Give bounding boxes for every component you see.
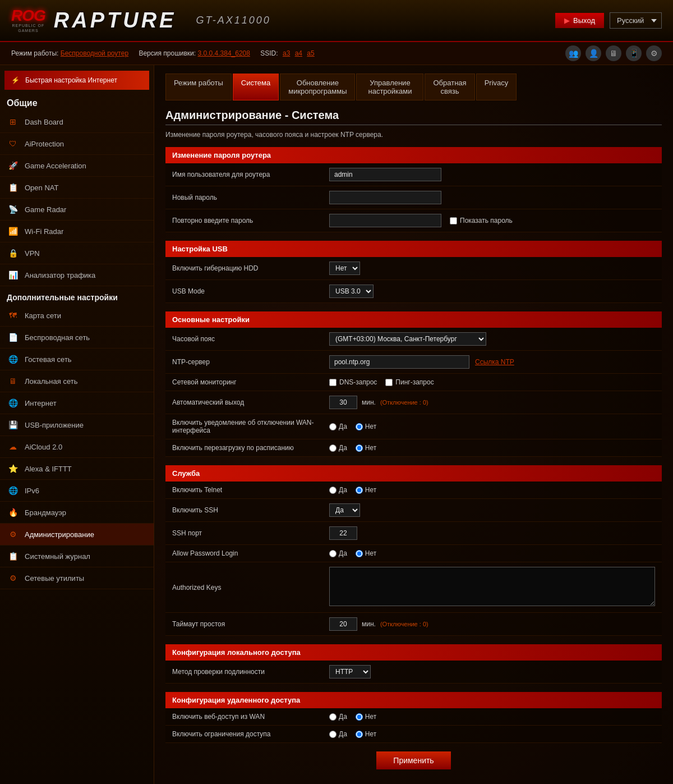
internet-icon: 🌐 xyxy=(7,397,19,409)
web-wan-yes-label[interactable]: Да xyxy=(329,713,347,721)
sidebar-item-administration[interactable]: ⚙ Администрирование xyxy=(0,524,154,545)
sidebar-item-alexa[interactable]: ⭐ Alexa & IFTTT xyxy=(0,458,154,480)
wan-disconnect-yes-label[interactable]: Да xyxy=(329,423,347,430)
device-icon[interactable]: 📱 xyxy=(626,45,642,61)
restrict-yes-label[interactable]: Да xyxy=(329,730,347,738)
sidebar-item-aiprotection[interactable]: 🛡 AiProtection xyxy=(0,133,154,155)
web-wan-no-label[interactable]: Нет xyxy=(356,713,376,721)
sidebar-item-game-acceleration[interactable]: 🚀 Game Acceleration xyxy=(0,155,154,177)
autologout-input[interactable] xyxy=(329,396,357,409)
restrict-radio-group: Да Нет xyxy=(329,730,655,738)
telnet-yes-radio[interactable] xyxy=(329,487,336,494)
ping-checkbox[interactable] xyxy=(385,379,393,386)
autologout-note: (Отключение : 0) xyxy=(380,399,428,406)
sidebar-item-syslog[interactable]: 📋 Системный журнал xyxy=(0,545,154,567)
telnet-label: Включить Telnet xyxy=(165,482,322,499)
wan-disconnect-yes-radio[interactable] xyxy=(329,423,336,430)
timeout-input[interactable] xyxy=(329,617,357,631)
ssid-a4[interactable]: а4 xyxy=(295,49,302,57)
sidebar-item-dashboard[interactable]: ⊞ Dash Board xyxy=(0,111,154,133)
monitor-icon[interactable]: 🖥 xyxy=(606,45,621,61)
tab-mode[interactable]: Режим работы xyxy=(165,74,232,100)
dns-checkbox[interactable] xyxy=(329,379,336,386)
sidebar-item-traffic[interactable]: 📊 Анализатор трафика xyxy=(0,264,154,286)
sidebar-item-guest-network[interactable]: 🌐 Гостевая сеть xyxy=(0,349,154,370)
header-right: Выход Русский English xyxy=(555,12,662,29)
quick-setup-button[interactable]: ⚡ Быстрая настройка Интернет xyxy=(4,71,149,90)
sidebar-item-internet[interactable]: 🌐 Интернет xyxy=(0,392,154,414)
dns-check-label[interactable]: DNS-запрос xyxy=(329,378,377,386)
ipv6-icon: 🌐 xyxy=(7,484,19,497)
sidebar-item-open-nat[interactable]: 📋 Open NAT xyxy=(0,177,154,199)
ssid-a5[interactable]: а5 xyxy=(307,49,314,57)
usb-mode-select[interactable]: USB 3.0 USB 2.0 xyxy=(329,285,374,298)
restrict-no-radio[interactable] xyxy=(356,731,363,738)
allow-pw-no-radio[interactable] xyxy=(356,550,363,557)
sidebar-item-ipv6[interactable]: 🌐 IPv6 xyxy=(0,480,154,502)
hdd-hibernate-select[interactable]: Нет Да xyxy=(329,262,360,275)
ssid-a3[interactable]: а3 xyxy=(283,49,290,57)
allow-password-radio-group: Да Нет xyxy=(329,549,655,557)
mode-label: Режим работы: xyxy=(11,49,58,57)
auth-method-select[interactable]: HTTP HTTPS Both xyxy=(329,665,371,678)
reboot-schedule-yes-radio[interactable] xyxy=(329,444,336,452)
allow-pw-no-label[interactable]: Нет xyxy=(356,549,376,557)
service-form: Включить Telnet Да Нет Включ xyxy=(165,482,662,636)
logo-area: ROG REPUBLIC OFGAMERS RAPTURE GT-AX11000 xyxy=(11,8,271,33)
usb-mode-label: USB Mode xyxy=(165,280,322,303)
web-wan-radio-group: Да Нет xyxy=(329,713,655,721)
confirm-password-input[interactable] xyxy=(329,214,441,227)
tab-system[interactable]: Система xyxy=(233,74,279,100)
reboot-schedule-yes-label[interactable]: Да xyxy=(329,444,347,452)
tab-firmware[interactable]: Обновлениемикропрограммы xyxy=(280,74,355,100)
ssh-port-input[interactable] xyxy=(329,526,357,540)
allow-password-row: Allow Password Login Да Нет xyxy=(165,545,662,562)
restrict-no-label[interactable]: Нет xyxy=(356,730,376,738)
reboot-schedule-no-label[interactable]: Нет xyxy=(356,444,376,452)
ntp-link[interactable]: Ссылка NTP xyxy=(475,358,514,366)
web-wan-no-radio[interactable] xyxy=(356,713,363,721)
mode-value[interactable]: Беспроводной роутер xyxy=(61,49,128,57)
tab-feedback[interactable]: Обратнаясвязь xyxy=(425,74,474,100)
users-icon[interactable]: 👥 xyxy=(565,45,581,61)
telnet-yes-label[interactable]: Да xyxy=(329,486,347,494)
username-input[interactable] xyxy=(329,168,441,181)
wan-disconnect-no-radio[interactable] xyxy=(356,423,363,430)
ping-check-label[interactable]: Пинг-запрос xyxy=(385,378,434,386)
sidebar-item-network-map[interactable]: 🗺 Карта сети xyxy=(0,305,154,327)
reboot-schedule-no-radio[interactable] xyxy=(356,444,363,452)
allow-pw-yes-label[interactable]: Да xyxy=(329,549,347,557)
language-select[interactable]: Русский English xyxy=(610,12,662,29)
allow-pw-yes-radio[interactable] xyxy=(329,550,336,557)
person-icon[interactable]: 👤 xyxy=(586,45,601,61)
sidebar-item-firewall[interactable]: 🔥 Брандмауэр xyxy=(0,502,154,524)
local-access-form: Метод проверки подлинности HTTP HTTPS Bo… xyxy=(165,661,662,684)
sidebar-item-aicloud[interactable]: ☁ AiCloud 2.0 xyxy=(0,436,154,458)
telnet-no-radio[interactable] xyxy=(356,487,363,494)
sidebar-item-network-utils[interactable]: ⚙ Сетевые утилиты xyxy=(0,567,154,589)
show-password-label[interactable]: Показать пароль xyxy=(450,217,513,224)
show-password-checkbox[interactable] xyxy=(450,217,457,224)
sidebar-item-lan[interactable]: 🖥 Локальная сеть xyxy=(0,370,154,392)
settings-icon[interactable]: ⚙ xyxy=(646,45,662,61)
web-wan-yes-radio[interactable] xyxy=(329,713,336,721)
sidebar-item-game-radar[interactable]: 📡 Game Radar xyxy=(0,199,154,221)
firmware-value[interactable]: 3.0.0.4.384_6208 xyxy=(198,49,250,57)
new-password-input[interactable] xyxy=(329,191,441,204)
tab-management[interactable]: Управлениенастройками xyxy=(356,74,423,100)
timezone-select[interactable]: (GMT+03:00) Москва, Санкт-Петербург xyxy=(329,332,486,346)
exit-button[interactable]: Выход xyxy=(555,13,604,28)
wan-disconnect-no-label[interactable]: Нет xyxy=(356,423,376,430)
sidebar-item-usb[interactable]: 💾 USB-приложение xyxy=(0,414,154,436)
restrict-yes-radio[interactable] xyxy=(329,731,336,738)
sidebar-item-vpn[interactable]: 🔒 VPN xyxy=(0,242,154,264)
ntp-input[interactable] xyxy=(329,355,469,369)
sidebar-item-wireless[interactable]: 📄 Беспроводная сеть xyxy=(0,327,154,349)
ssh-select[interactable]: Да Нет xyxy=(329,503,360,517)
apply-button[interactable]: Применить xyxy=(376,751,450,769)
sidebar-item-game-acceleration-label: Game Acceleration xyxy=(25,162,86,170)
tab-privacy[interactable]: Privacy xyxy=(476,74,517,100)
auth-keys-textarea[interactable] xyxy=(329,567,655,606)
telnet-no-label[interactable]: Нет xyxy=(356,486,376,494)
sidebar-item-wifi-radar[interactable]: 📶 Wi-Fi Radar xyxy=(0,221,154,242)
